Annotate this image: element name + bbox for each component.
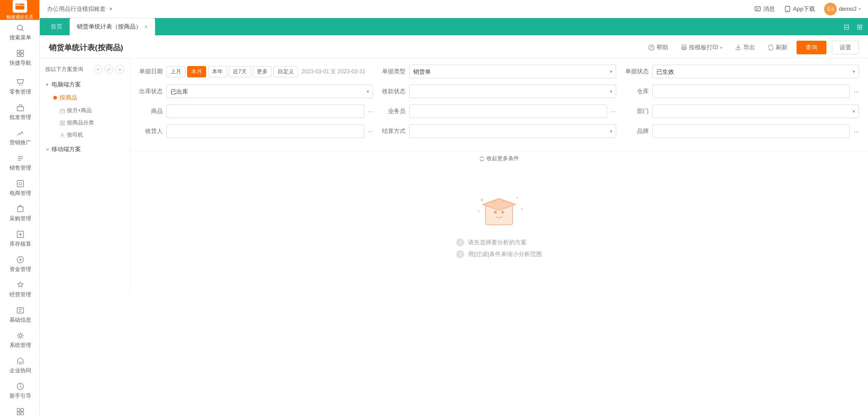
sidebar-sales-label: 销售管理 bbox=[9, 164, 31, 172]
scheme-subitem-month-goods[interactable]: 按月+商品 bbox=[40, 104, 130, 117]
filter-row-4: 收货人 ··· 结算方式 bbox=[139, 124, 859, 138]
export-button[interactable]: 导出 bbox=[731, 42, 759, 53]
settlement-select[interactable] bbox=[409, 124, 616, 138]
department-control: ▾ bbox=[652, 104, 859, 118]
print-dropdown-icon[interactable]: ▾ bbox=[720, 45, 722, 50]
help-label: 帮助 bbox=[656, 43, 668, 52]
export-label: 导出 bbox=[743, 43, 755, 52]
svg-rect-34 bbox=[60, 109, 65, 113]
brand-dots-button[interactable]: ··· bbox=[854, 128, 859, 135]
sidebar-item-sales[interactable]: 销售管理 bbox=[0, 150, 40, 176]
help-button[interactable]: 帮助 bbox=[645, 42, 672, 53]
refresh-label: 刷新 bbox=[776, 43, 788, 52]
sidebar-item-guide[interactable]: 新手引导 bbox=[0, 378, 40, 404]
receive-status-select[interactable] bbox=[409, 85, 616, 98]
filter-section: 按以下方案查询 + « 电脑端方案 bbox=[40, 58, 868, 294]
svg-rect-19 bbox=[17, 408, 20, 411]
goods-dots-button[interactable]: ··· bbox=[368, 108, 373, 115]
sidebar-item-quicknav[interactable]: 快捷导航 bbox=[0, 45, 40, 71]
date-btn-custom[interactable]: 自定义 bbox=[274, 66, 298, 77]
out-status-select[interactable]: 已出库 bbox=[166, 85, 373, 98]
scheme-item-by-goods[interactable]: 按商品 bbox=[40, 91, 130, 104]
svg-point-1 bbox=[17, 4, 18, 5]
sidebar-item-system[interactable]: 系统管理 bbox=[0, 328, 40, 353]
tab-home[interactable]: 首页 bbox=[43, 18, 70, 35]
message-button[interactable]: 消息 bbox=[754, 5, 775, 13]
date-btn-last-month[interactable]: 上月 bbox=[166, 66, 185, 77]
doc-type-label: 单据类型 bbox=[382, 67, 406, 76]
date-btn-more[interactable]: 更多 bbox=[253, 66, 272, 77]
date-btn-this-month[interactable]: 本月 bbox=[187, 66, 206, 77]
svg-rect-4 bbox=[17, 50, 20, 53]
date-btn-7days[interactable]: 近7天 bbox=[229, 66, 251, 77]
receiver-input[interactable] bbox=[166, 124, 364, 138]
svg-rect-26 bbox=[785, 6, 790, 12]
svg-point-9 bbox=[21, 85, 22, 86]
date-control: 上月 本月 本年 近7天 更多 自定义 2023-03-01 至 2023-03… bbox=[166, 66, 373, 77]
sidebar-enterprise-label: 企业协同 bbox=[9, 367, 31, 375]
sidebar-item-enterprise[interactable]: 企业协同 bbox=[0, 353, 40, 378]
scheme-subitem-category[interactable]: 按商品分类 bbox=[40, 117, 130, 129]
filter-field-date: 单据日期 上月 本月 本年 近7天 更多 自定义 2023-03-01 至 20… bbox=[139, 66, 373, 77]
sidebar-item-purchase[interactable]: 采购管理 bbox=[0, 201, 40, 226]
warehouse-input[interactable] bbox=[652, 85, 850, 98]
tab-close-icon[interactable]: × bbox=[144, 24, 148, 30]
sidebar-ecommerce-label: 电商管理 bbox=[9, 190, 31, 197]
query-button[interactable]: 查询 bbox=[797, 41, 826, 54]
doc-status-label: 单据状态 bbox=[625, 67, 649, 76]
sidebar-item-operations[interactable]: 经营管理 bbox=[0, 277, 40, 302]
empty-tips: 1 请先选择要分析的方案 2 用[过滤]条件来缩小分析范围 bbox=[456, 238, 542, 258]
warehouse-dots-button[interactable]: ··· bbox=[854, 88, 859, 95]
sidebar-item-retail[interactable]: 零售管理 bbox=[0, 74, 40, 100]
settings-button[interactable]: 设置 bbox=[832, 41, 859, 54]
svg-rect-17 bbox=[19, 362, 21, 364]
date-btn-this-year[interactable]: 本年 bbox=[208, 66, 227, 77]
print-label: 按模板打印 bbox=[689, 43, 718, 52]
workspace-dropdown-icon[interactable]: ▾ bbox=[109, 5, 113, 12]
receive-status-label: 收款状态 bbox=[382, 87, 406, 95]
sidebar-search-label: 搜索菜单 bbox=[9, 34, 31, 42]
svg-rect-37 bbox=[60, 124, 62, 125]
sidebar-item-apps[interactable]: 应用中心 bbox=[0, 404, 40, 418]
sidebar-item-wholesale[interactable]: 批发管理 bbox=[0, 100, 40, 125]
scheme-group-mobile-header[interactable]: 移动端方案 bbox=[40, 143, 130, 156]
sidebar-wholesale-label: 批发管理 bbox=[9, 114, 31, 121]
scheme-add-button[interactable]: + bbox=[94, 65, 103, 74]
sidebar-item-basics[interactable]: 基础信息 bbox=[0, 302, 40, 328]
tab-minimize-icon[interactable]: ⊟ bbox=[842, 21, 851, 33]
refresh-button[interactable]: 刷新 bbox=[764, 42, 791, 53]
doc-type-select[interactable]: 销货单 bbox=[409, 65, 616, 78]
receiver-dots-button[interactable]: ··· bbox=[368, 128, 373, 135]
user-menu[interactable]: Ea demo2 ▾ bbox=[824, 3, 861, 15]
tab-sales-stats[interactable]: 销货单统计表（按商品） × bbox=[70, 18, 155, 35]
scheme-subitem-driver[interactable]: 按司机 bbox=[40, 129, 130, 141]
app-download-button[interactable]: App下载 bbox=[784, 5, 815, 13]
scheme-item-dot bbox=[53, 96, 57, 100]
svg-point-42 bbox=[501, 211, 504, 214]
scheme-group-desktop-header[interactable]: 电脑端方案 bbox=[40, 78, 130, 91]
print-button[interactable]: 按模板打印 ▾ bbox=[677, 42, 726, 53]
scheme-header-icons: + « bbox=[94, 65, 124, 74]
sidebar-basics-label: 基础信息 bbox=[9, 316, 31, 324]
sidebar-quicknav-label: 快捷导航 bbox=[9, 59, 31, 67]
goods-input[interactable] bbox=[166, 104, 364, 118]
sidebar-item-finance[interactable]: 资金管理 bbox=[0, 252, 40, 277]
department-select[interactable] bbox=[652, 104, 859, 118]
scheme-edit-button[interactable] bbox=[104, 65, 113, 74]
department-label: 部门 bbox=[625, 107, 649, 115]
sidebar-item-ecommerce[interactable]: 电商管理 bbox=[0, 176, 40, 201]
tip-text-2: 用[过滤]条件来缩小分析范围 bbox=[468, 250, 542, 258]
brand-input[interactable] bbox=[652, 124, 850, 138]
salesman-dots-button[interactable]: ··· bbox=[611, 108, 616, 115]
sidebar-item-search[interactable]: 搜索菜单 bbox=[0, 20, 40, 45]
salesman-label: 业务员 bbox=[382, 107, 406, 115]
scheme-collapse-button[interactable]: « bbox=[115, 65, 124, 74]
doc-status-select[interactable]: 已生效 bbox=[652, 65, 859, 78]
settlement-label: 结算方式 bbox=[382, 127, 406, 135]
sidebar-item-inventory[interactable]: 库存核算 bbox=[0, 226, 40, 252]
sidebar-item-marketing[interactable]: 营销推广 bbox=[0, 125, 40, 150]
tab-expand-icon[interactable]: ⊞ bbox=[855, 21, 864, 33]
filter-field-brand: 品牌 ··· bbox=[625, 124, 859, 138]
collapse-bar[interactable]: 收起更多条件 bbox=[130, 151, 868, 166]
salesman-input[interactable] bbox=[409, 104, 607, 118]
